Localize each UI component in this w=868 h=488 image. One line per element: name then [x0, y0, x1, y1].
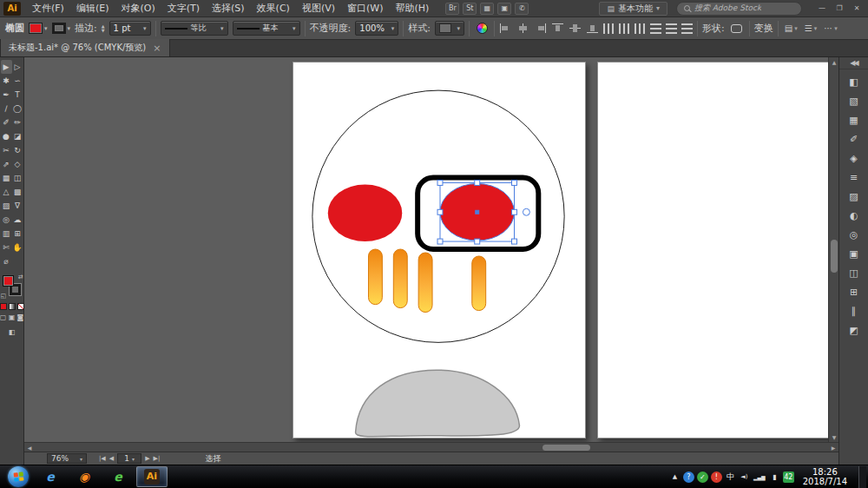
gradient-tool[interactable]: ▨: [1, 199, 12, 213]
ime-tray-icon[interactable]: 中: [725, 472, 736, 483]
selection-handle[interactable]: [475, 239, 480, 244]
taskbar-illustrator-icon[interactable]: Ai: [136, 466, 168, 487]
stroke-width-stepper[interactable]: [102, 24, 105, 33]
selection-handle[interactable]: [437, 239, 443, 244]
brushes-panel-icon[interactable]: ✐: [845, 132, 864, 146]
layers-panel-icon[interactable]: ◫: [845, 266, 864, 280]
distribute-vertical-icon-1[interactable]: [650, 23, 661, 34]
horizontal-scrollbar[interactable]: [24, 442, 838, 452]
horizontal-scroll-track[interactable]: [35, 443, 828, 452]
lasso-tool[interactable]: ∽: [12, 74, 23, 88]
mesh-tool[interactable]: ▩: [12, 185, 23, 199]
color-button[interactable]: [0, 303, 7, 310]
tooth-bar-1[interactable]: [368, 249, 382, 305]
free-transform-tool[interactable]: ▦: [1, 171, 12, 185]
color-guide-panel-icon[interactable]: ▧: [845, 94, 864, 108]
none-button[interactable]: [17, 303, 24, 310]
blend-tool[interactable]: ◎: [1, 213, 12, 227]
artboard-1[interactable]: [293, 62, 586, 439]
zoom-tool[interactable]: ⌀: [1, 254, 12, 268]
eraser-tool[interactable]: ◪: [12, 129, 23, 143]
scroll-left-icon[interactable]: [24, 445, 35, 451]
draw-behind-icon[interactable]: ▣: [9, 313, 16, 321]
align-top-icon[interactable]: [551, 23, 564, 34]
menu-view[interactable]: 视图(V): [296, 0, 341, 17]
line-segment-tool[interactable]: ∕: [1, 102, 12, 115]
default-colors-icon[interactable]: ◱: [1, 293, 7, 300]
menu-file[interactable]: 文件(F): [26, 0, 70, 17]
volume-tray-icon[interactable]: ◄): [739, 472, 750, 483]
artboards-panel-icon[interactable]: ⊞: [845, 285, 864, 299]
slice-tool[interactable]: ✄: [1, 241, 12, 254]
bridge-icon[interactable]: Br: [445, 3, 459, 15]
help-tray-icon[interactable]: ?: [683, 472, 694, 483]
color-panel-icon[interactable]: ◧: [845, 75, 864, 89]
menu-select[interactable]: 选择(S): [206, 0, 251, 17]
stock-search-input[interactable]: 搜索 Adobe Stock: [676, 2, 802, 16]
brush-definition-dropdown[interactable]: 基本: [233, 21, 300, 36]
align-vertical-center-icon[interactable]: [569, 23, 582, 34]
previous-artboard-button[interactable]: [109, 455, 114, 462]
selection-handle[interactable]: [475, 180, 480, 185]
network-tray-icon[interactable]: ▂▄▆: [753, 472, 766, 483]
distribute-vertical-icon-2[interactable]: [666, 23, 677, 34]
draw-inside-icon[interactable]: ◙: [17, 313, 24, 321]
gradient-panel-icon[interactable]: ▨: [845, 189, 864, 203]
menu-object[interactable]: 对象(O): [115, 0, 161, 17]
gradient-button[interactable]: [9, 303, 16, 310]
width-profile-dropdown[interactable]: 等比: [161, 21, 228, 36]
show-desktop-button[interactable]: [858, 466, 866, 488]
workspace-switcher[interactable]: ▤ 基本功能: [599, 2, 667, 16]
screen-mode-icon[interactable]: ◧: [9, 328, 16, 336]
width-tool[interactable]: ◇: [12, 157, 23, 171]
menu-type[interactable]: 文字(T): [161, 0, 206, 17]
tooth-bar-3[interactable]: [418, 253, 432, 313]
first-artboard-button[interactable]: [99, 455, 106, 462]
minimize-button[interactable]: [814, 3, 830, 15]
fill-color-dropdown[interactable]: [29, 23, 48, 34]
rotate-tool[interactable]: ↻: [12, 143, 23, 157]
align-bottom-icon[interactable]: [586, 23, 599, 34]
scroll-up-icon[interactable]: [829, 57, 838, 67]
scale-tool[interactable]: ⇗: [1, 157, 12, 171]
horizontal-scroll-thumb[interactable]: [542, 445, 590, 451]
stock-icon[interactable]: St: [463, 3, 477, 15]
eyedropper-tool[interactable]: ∇: [12, 199, 23, 213]
direct-selection-tool[interactable]: ▷: [12, 60, 23, 74]
style-dropdown[interactable]: [435, 21, 464, 36]
more-options-icon[interactable]: ⋯: [824, 23, 838, 33]
stroke-width-dropdown[interactable]: 1 pt: [109, 21, 151, 36]
canvas[interactable]: [24, 57, 838, 442]
alert-tray-icon[interactable]: !: [711, 472, 722, 483]
menu-effect[interactable]: 效果(C): [251, 0, 296, 17]
selection-handle[interactable]: [512, 180, 517, 185]
taskbar-browser-icon[interactable]: e: [102, 466, 134, 487]
selection-handle[interactable]: [437, 209, 443, 214]
fill-swatch[interactable]: [3, 275, 14, 287]
left-eye-ellipse[interactable]: [328, 184, 402, 241]
distribute-horizontal-icon-1[interactable]: [603, 23, 615, 34]
taskbar-ie-icon[interactable]: e: [35, 466, 66, 487]
distribute-vertical-icon-3[interactable]: [681, 23, 693, 34]
menu-help[interactable]: 帮助(H): [389, 0, 435, 17]
close-button[interactable]: [849, 3, 865, 15]
align-right-icon[interactable]: [534, 23, 547, 34]
artboard-tool[interactable]: ⊞: [12, 227, 23, 241]
opacity-dropdown[interactable]: 100%: [355, 21, 398, 36]
selection-rotate-handle[interactable]: [523, 208, 529, 215]
selection-handle[interactable]: [437, 180, 443, 185]
menu-window[interactable]: 窗口(W): [341, 0, 389, 17]
menu-edit[interactable]: 编辑(E): [70, 0, 115, 17]
artboard-2[interactable]: [597, 62, 832, 439]
selection-handle[interactable]: [512, 209, 517, 214]
artboard-number-dropdown[interactable]: 1: [117, 453, 141, 464]
shape-properties-icon[interactable]: [729, 21, 745, 36]
document-tab[interactable]: 未标题-1.ai* @ 76% (CMYK/预览) ×: [0, 39, 170, 56]
taskbar-clock[interactable]: 18:26 2018/7/14: [797, 467, 853, 486]
pen-tool[interactable]: ✒: [1, 88, 12, 102]
power-tray-icon[interactable]: ▮: [769, 472, 780, 483]
arrange-documents-icon[interactable]: ▦: [480, 3, 494, 15]
column-graph-tool[interactable]: ▥: [1, 227, 12, 241]
blob-brush-tool[interactable]: ●: [1, 129, 12, 143]
tray-badge-42[interactable]: 42: [783, 472, 794, 483]
